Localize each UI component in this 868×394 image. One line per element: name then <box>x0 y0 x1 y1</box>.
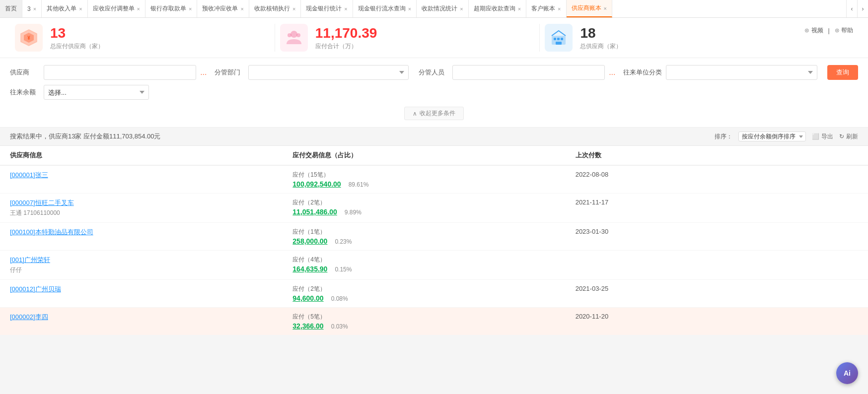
last-pay-cell: 2021-11-17 <box>576 198 858 206</box>
nav-tab-other-income[interactable]: 其他收入单× <box>42 0 87 17</box>
payable-amount-content: 11,170.39应付合计（万） <box>315 25 377 51</box>
nav-tab-tab3[interactable]: 3× <box>22 0 42 17</box>
payable-pct: 0.23% <box>335 238 352 245</box>
person-dots[interactable]: ... <box>609 68 615 77</box>
table-header: 供应商信息 应付交易信息（占比） 上次付数 <box>0 146 868 166</box>
refresh-button[interactable]: ↻ 刷新 <box>839 132 858 141</box>
close-tab-tab3[interactable]: × <box>33 6 36 12</box>
supplier-info-cell: [000012]广州贝瑞 <box>10 285 292 294</box>
nav-tab-supplier-ledger[interactable]: 供应商账本× <box>567 0 612 17</box>
supplier-info-cell: [000002]李四 <box>10 313 292 322</box>
payable-amount[interactable]: 94,600.00 <box>292 294 323 302</box>
payable-amount[interactable]: 258,000.00 <box>292 237 327 245</box>
close-tab-bank-deposit[interactable]: × <box>189 6 192 12</box>
supplier-input[interactable] <box>44 65 196 80</box>
payable-amount[interactable]: 164,635.90 <box>292 265 327 273</box>
person-input[interactable] <box>452 65 605 80</box>
supplier-name-link[interactable]: [001]广州荣轩 <box>10 256 292 264</box>
close-tab-collection-stat[interactable]: × <box>460 6 463 12</box>
col-last-pay: 上次付数 <box>576 151 858 160</box>
svg-point-3 <box>290 31 297 38</box>
last-pay-cell: 2021-03-25 <box>576 285 858 292</box>
payable-amount[interactable]: 11,051,486.00 <box>292 208 337 216</box>
video-link[interactable]: ⊙ 视频 <box>804 26 823 35</box>
last-pay-date: 2021-11-17 <box>576 198 609 206</box>
payable-amount-icon <box>280 24 308 52</box>
nav-tab-collection-verify[interactable]: 收款核销执行× <box>249 0 301 17</box>
sort-select[interactable]: 按应付余额倒序排序按应付余额正序排序按供应商名称排序 <box>738 131 806 141</box>
nav-tab-cash-flow-query[interactable]: 现金银行流水查询× <box>353 0 417 17</box>
nav-tab-ar-ap-adjust[interactable]: 应收应付调整单× <box>88 0 145 17</box>
supplier-dots[interactable]: ... <box>200 68 207 77</box>
close-tab-overdue-ar[interactable]: × <box>518 6 521 12</box>
close-tab-ar-ap-adjust[interactable]: × <box>137 6 140 12</box>
close-tab-other-income[interactable]: × <box>79 6 82 12</box>
supplier-contact: 王通 17106110000 <box>10 209 292 217</box>
close-tab-prepay-ar[interactable]: × <box>240 6 243 12</box>
payable-pct: 9.89% <box>345 209 362 216</box>
supplier-name-link[interactable]: [000100]本特勤油品有限公司 <box>10 228 292 237</box>
supplier-name-link[interactable]: [000007]恒旺二手叉车 <box>10 198 292 207</box>
close-tab-supplier-ledger[interactable]: × <box>604 5 607 11</box>
stats-bar: ¥13总应付供应商（家）11,170.39应付合计（万）18总供应商（家） ⊙ … <box>0 18 868 58</box>
supplier-name-link[interactable]: [000001]张三 <box>10 171 292 180</box>
balance-select[interactable]: 选择... <box>44 85 149 100</box>
nav-arrow-left[interactable]: ‹ <box>846 0 857 17</box>
payable-info-cell: 应付（2笔）94,600.000.08% <box>292 285 575 302</box>
payable-label: 应付（2笔） <box>292 198 575 207</box>
search-button[interactable]: 查询 <box>827 65 858 80</box>
payable-amount[interactable]: 32,366.00 <box>292 322 323 330</box>
svg-point-5 <box>296 33 300 37</box>
supplier-filter: 供应商 ... <box>10 65 205 80</box>
collapse-icon: ∧ <box>413 110 417 117</box>
close-tab-customer-ledger[interactable]: × <box>558 6 561 12</box>
filter-row-2: 往来余额 选择... <box>10 85 858 100</box>
category-select[interactable] <box>666 65 818 80</box>
table-row: [000012]广州贝瑞应付（2笔）94,600.000.08%2021-03-… <box>0 280 868 308</box>
person-filter: 分管人员 ... <box>419 65 613 80</box>
refresh-icon: ↻ <box>839 133 844 140</box>
last-pay-date: 2020-11-20 <box>576 313 609 320</box>
nav-tab-collection-stat[interactable]: 收款情况统计× <box>417 0 468 17</box>
close-tab-cash-bank-stat[interactable]: × <box>344 6 347 12</box>
export-icon: ⬜ <box>812 133 819 140</box>
payable-pct: 0.03% <box>331 323 348 330</box>
payable-info-cell: 应付（4笔）164,635.900.15% <box>292 256 575 273</box>
dept-select[interactable] <box>248 65 409 80</box>
nav-tab-customer-ledger[interactable]: 客户账本× <box>526 0 566 17</box>
payable-row: 32,366.000.03% <box>292 321 575 330</box>
svg-rect-9 <box>561 38 563 40</box>
close-tab-collection-verify[interactable]: × <box>292 6 295 12</box>
help-link[interactable]: ⊙ 帮助 <box>835 26 853 35</box>
payable-info-cell: 应付（2笔）11,051,486.009.89% <box>292 198 575 216</box>
supplier-name-link[interactable]: [000002]李四 <box>10 313 292 322</box>
nav-tab-prepay-ar[interactable]: 预收冲应收单× <box>197 0 249 17</box>
export-button[interactable]: ⬜ 导出 <box>812 132 833 141</box>
total-suppliers-icon <box>545 24 573 52</box>
payable-suppliers-content: 13总应付供应商（家） <box>50 25 104 51</box>
svg-rect-8 <box>557 38 560 40</box>
result-bar: 搜索结果中，供应商13家 应付金额111,703,854.00元 排序： 按应付… <box>0 128 868 146</box>
payable-amount-label: 应付合计（万） <box>315 42 377 51</box>
collapse-button[interactable]: ∧ 收起更多条件 <box>404 107 464 120</box>
sort-label: 排序： <box>715 132 732 141</box>
close-tab-cash-flow-query[interactable]: × <box>408 6 411 12</box>
help-area: ⊙ 视频 | ⊙ 帮助 <box>804 24 858 35</box>
table-row: [000100]本特勤油品有限公司应付（1笔）258,000.000.23%20… <box>0 223 868 251</box>
nav-tab-cash-bank-stat[interactable]: 现金银行统计× <box>301 0 353 17</box>
supplier-name-link[interactable]: [000012]广州贝瑞 <box>10 285 292 294</box>
supplier-info-cell: [000007]恒旺二手叉车王通 17106110000 <box>10 198 292 217</box>
payable-row: 94,600.000.08% <box>292 293 575 302</box>
collapse-label: 收起更多条件 <box>420 109 455 118</box>
last-pay-cell: 2022-08-08 <box>576 171 858 178</box>
nav-tab-home[interactable]: 首页 <box>0 0 22 17</box>
payable-info-cell: 应付（15笔）100,092,540.0089.61% <box>292 171 575 188</box>
total-suppliers-content: 18总供应商（家） <box>580 25 622 51</box>
payable-amount[interactable]: 100,092,540.00 <box>292 180 341 188</box>
nav-tab-overdue-ar[interactable]: 超期应收款查询× <box>469 0 526 17</box>
nav-arrow-right[interactable]: › <box>857 0 868 17</box>
dept-label: 分管部门 <box>215 68 244 77</box>
payable-info-cell: 应付（5笔）32,366.000.03% <box>292 313 575 330</box>
nav-tab-bank-deposit[interactable]: 银行存取款单× <box>145 0 197 17</box>
last-pay-date: 2023-01-30 <box>576 228 609 235</box>
